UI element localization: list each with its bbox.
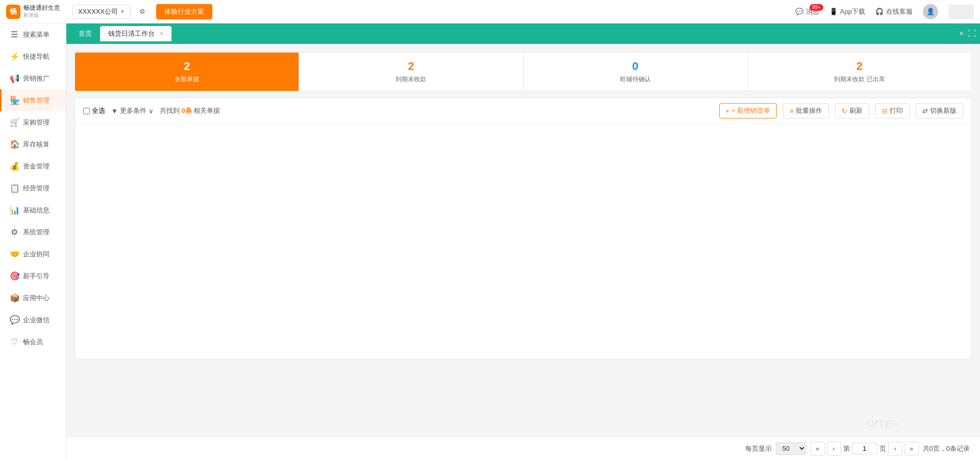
next-page-button[interactable]: › — [888, 442, 902, 456]
sidebar-icon-enterprise: 🤝 — [10, 249, 19, 259]
stat-number-1: 2 — [309, 60, 512, 73]
sidebar-icon-sales: 🏪 — [10, 95, 19, 105]
sidebar-icon-guide: 🎯 — [10, 271, 19, 281]
message-icon: 💬 — [795, 8, 803, 15]
sidebar-item-enterprise[interactable]: 🤝企业协同 — [0, 243, 66, 265]
sidebar-label-operations: 经营管理 — [23, 184, 50, 193]
sidebar-item-member[interactable]: ♡畅会员 — [0, 331, 66, 353]
stat-label-3: 到期未收款 已出库 — [758, 75, 961, 84]
total-records: 共0页，0条记录 — [923, 444, 970, 453]
stats-row: 2 全部单据 2 到期未收款 0 旺辅待确认 2 到期未收款 已出库 — [75, 52, 972, 91]
sidebar-item-operations[interactable]: 📋经营管理 — [0, 177, 66, 199]
main-content: 2 全部单据 2 到期未收款 0 旺辅待确认 2 到期未收款 已出库 全选 ▼ … — [66, 44, 980, 460]
content-area: 全选 ▼ 更多条件 ∨ 共找到 0条 相关单据 + + 新增销货单 — [75, 98, 972, 359]
sidebar-label-purchase: 采购管理 — [23, 118, 50, 127]
stat-number-2: 0 — [534, 60, 737, 73]
sidebar-item-app-center[interactable]: 📦应用中心 — [0, 287, 66, 309]
sidebar-item-inventory[interactable]: 🏠库存核算 — [0, 133, 66, 155]
print-button[interactable]: ⊟ 打印 — [875, 103, 910, 118]
sidebar-item-system[interactable]: ⚙系统管理 — [0, 221, 66, 243]
company-name: XXXXXX公司 — [78, 7, 118, 16]
select-all-input[interactable] — [83, 108, 90, 114]
app-download-button[interactable]: 📱 App下载 — [829, 7, 865, 16]
sidebar-item-quick-nav[interactable]: ⚡快捷导航 — [0, 45, 66, 67]
page-number-input[interactable] — [852, 443, 877, 454]
stat-card-1[interactable]: 2 到期未收款 — [299, 53, 523, 91]
sidebar-item-search[interactable]: ☰搜索菜单 — [0, 23, 66, 45]
batch-label: 批量操作 — [796, 106, 822, 115]
logo-title: 畅捷通好生意 — [23, 4, 60, 12]
stat-card-2[interactable]: 0 旺辅待确认 — [524, 53, 748, 91]
tab-current[interactable]: 钱货日清工作台 × — [100, 26, 172, 41]
content-toolbar: 全选 ▼ 更多条件 ∨ 共找到 0条 相关单据 + + 新增销货单 — [75, 98, 971, 124]
sidebar-item-purchase[interactable]: 🛒采购管理 — [0, 111, 66, 133]
sidebar-label-basic-info: 基础信息 — [23, 206, 50, 215]
sidebar-item-finance[interactable]: 💰资金管理 — [0, 155, 66, 177]
headset-icon: 🎧 — [875, 8, 884, 15]
sidebar-icon-member: ♡ — [10, 337, 19, 347]
sidebar-label-wechat: 企业微信 — [23, 316, 50, 325]
per-page-select[interactable]: 50 100 200 — [776, 442, 806, 455]
sidebar-label-enterprise: 企业协同 — [23, 250, 50, 259]
stat-label-0: 全部单据 — [85, 75, 288, 84]
switch-version-button[interactable]: ⇄ 切换新版 — [916, 103, 963, 118]
toolbar-right: + + 新增销货单 ≡ 批量操作 ↻ 刷新 ⊟ 打印 ⇄ 切换新版 — [719, 103, 963, 118]
tab-window-close[interactable]: × — [959, 29, 964, 38]
filter-button[interactable]: ▼ 更多条件 ∨ — [111, 106, 154, 115]
stat-card-3[interactable]: 2 到期未收款 已出库 — [748, 53, 971, 91]
stat-card-0[interactable]: 2 全部单据 — [75, 53, 299, 91]
logo-icon: 畅 — [6, 5, 20, 19]
add-label: + 新增销货单 — [731, 106, 770, 115]
last-page-button[interactable]: » — [904, 442, 919, 456]
batch-operation-button[interactable]: ≡ 批量操作 — [783, 103, 829, 118]
header-right: 💬 消息 99+ 📱 App下载 🎧 在线客服 👤 — [795, 4, 974, 19]
stat-number-0: 2 — [85, 60, 288, 73]
app-download-label: App下载 — [840, 7, 865, 16]
refresh-button[interactable]: ↻ 刷新 — [835, 103, 869, 118]
prev-page-button[interactable]: ‹ — [827, 442, 841, 456]
sidebar-item-guide[interactable]: 🎯新手引导 — [0, 265, 66, 287]
tab-close-icon[interactable]: × — [160, 30, 163, 37]
first-page-button[interactable]: « — [811, 442, 825, 456]
company-selector[interactable]: XXXXXX公司 ▼ — [72, 5, 131, 19]
sidebar-icon-operations: 📋 — [10, 183, 19, 193]
stat-number-3: 2 — [758, 60, 961, 73]
sidebar-label-inventory: 库存核算 — [23, 140, 50, 149]
sidebar-item-wechat[interactable]: 💬企业微信 — [0, 309, 66, 331]
tab-home-label: 首页 — [79, 29, 92, 38]
tab-window-expand[interactable]: ⛶ — [968, 29, 976, 38]
sidebar-item-sales[interactable]: 🏪销售管理 — [0, 89, 66, 111]
user-avatar[interactable]: 👤 — [923, 4, 938, 19]
logo-area: 畅 畅捷通好生意 标准版 — [6, 4, 72, 19]
sidebar-label-guide: 新手引导 — [23, 272, 50, 281]
found-text: 共找到 0条 相关单据 — [160, 106, 220, 115]
pagination-bar: 每页显示 50 100 200 « ‹ 第 页 › » 共0页，0条记录 — [66, 437, 980, 460]
sidebar-icon-basic-info: 📊 — [10, 205, 19, 215]
stat-label-2: 旺辅待确认 — [534, 75, 737, 84]
avatar-icon: 👤 — [926, 8, 935, 15]
page-prefix: 第 — [843, 444, 850, 453]
batch-icon: ≡ — [790, 107, 794, 115]
tab-home[interactable]: 首页 — [70, 26, 100, 41]
select-all-checkbox[interactable]: 全选 — [83, 106, 105, 115]
sidebar-label-app-center: 应用中心 — [23, 294, 50, 303]
add-icon: + — [726, 107, 730, 115]
sidebar-icon-quick-nav: ⚡ — [10, 52, 19, 61]
sidebar-label-finance: 资金管理 — [23, 162, 50, 171]
sidebar-icon-search: ☰ — [10, 30, 19, 39]
sidebar-item-marketing[interactable]: 📢营销推广 — [0, 67, 66, 89]
sidebar-item-basic-info[interactable]: 📊基础信息 — [0, 199, 66, 221]
online-service-button[interactable]: 🎧 在线客服 — [875, 7, 913, 16]
page-suffix: 页 — [879, 444, 886, 453]
logo-subtitle: 标准版 — [23, 12, 60, 19]
select-all-label: 全选 — [92, 106, 105, 115]
user-name-area[interactable] — [948, 5, 974, 19]
app-download-icon: 📱 — [829, 8, 838, 15]
add-sales-order-button[interactable]: + + 新增销货单 — [719, 103, 777, 118]
switch-icon: ⇄ — [922, 107, 928, 115]
message-button[interactable]: 💬 消息 99+ — [795, 7, 819, 16]
trial-button[interactable]: 体验行业方案 — [156, 4, 212, 19]
sidebar-icon-inventory: 🏠 — [10, 139, 19, 149]
sidebar-label-quick-nav: 快捷导航 — [23, 52, 50, 61]
settings-button[interactable]: ⚙ — [135, 4, 150, 19]
